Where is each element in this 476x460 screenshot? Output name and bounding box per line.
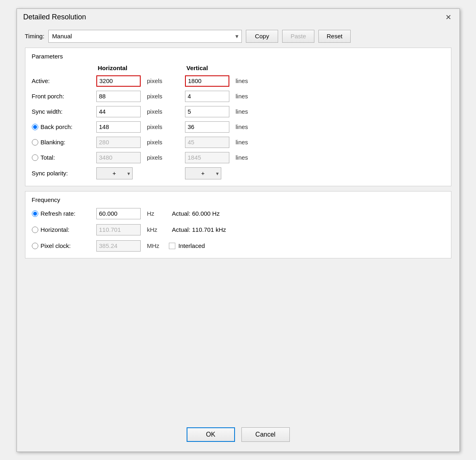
back-porch-v-input[interactable] <box>185 121 229 133</box>
blanking-v-unit: lines <box>233 139 258 146</box>
frequency-title: Frequency <box>32 196 445 203</box>
horizontal-freq-actual: Actual: 110.701 kHz <box>169 226 445 233</box>
front-porch-v-unit: lines <box>233 93 258 100</box>
ok-button[interactable]: OK <box>187 427 235 442</box>
parameters-grid: Horizontal Vertical Active: pixels lines… <box>32 65 445 179</box>
active-v-unit: lines <box>233 77 258 84</box>
horizontal-freq-unit: kHz <box>145 226 169 233</box>
back-porch-h-unit: pixels <box>145 123 169 130</box>
total-v-input[interactable] <box>185 152 229 163</box>
blanking-h-unit: pixels <box>145 139 169 146</box>
sync-polarity-label: Sync polarity: <box>32 170 96 177</box>
frequency-grid: Refresh rate: Hz Actual: 60.000 Hz Horiz… <box>32 208 445 252</box>
v-polarity-select-wrapper: + - <box>185 167 221 179</box>
h-polarity-select[interactable]: + - <box>96 167 133 179</box>
parameters-section: Parameters Horizontal Vertical Active: p… <box>25 48 451 186</box>
dialog-title: Detailed Resolution <box>23 13 86 21</box>
total-v-unit: lines <box>233 154 258 161</box>
active-h-unit: pixels <box>145 77 169 84</box>
active-v-input[interactable] <box>185 75 229 87</box>
blanking-radio[interactable] <box>32 139 38 146</box>
blanking-label: Blanking: <box>32 139 96 146</box>
back-porch-v-unit: lines <box>233 123 258 130</box>
vertical-header: Vertical <box>185 65 233 71</box>
frequency-section: Frequency Refresh rate: Hz Actual: 60.00… <box>25 191 451 258</box>
interlaced-row: Interlaced <box>169 242 445 249</box>
sync-width-v-input[interactable] <box>185 106 229 117</box>
active-label: Active: <box>32 77 96 84</box>
timing-row: Timing: Manual Auto Copy Paste Reset <box>25 30 451 43</box>
dialog-footer: OK Cancel <box>17 421 459 452</box>
interlaced-checkbox[interactable] <box>169 243 175 249</box>
sync-width-label: Sync width: <box>32 108 96 115</box>
total-label: Total: <box>32 154 96 161</box>
back-porch-label: Back porch: <box>32 123 96 130</box>
timing-select[interactable]: Manual Auto <box>48 30 242 43</box>
back-porch-radio[interactable] <box>32 124 38 130</box>
refresh-rate-actual: Actual: 60.000 Hz <box>169 210 445 217</box>
h-polarity-select-wrapper: + - <box>96 167 133 179</box>
title-bar: Detailed Resolution ✕ <box>17 9 459 25</box>
horizontal-freq-radio[interactable] <box>32 227 38 233</box>
front-porch-v-input[interactable] <box>185 91 229 102</box>
copy-button[interactable]: Copy <box>246 30 278 43</box>
active-h-input[interactable] <box>96 75 141 87</box>
close-button[interactable]: ✕ <box>444 13 453 22</box>
refresh-rate-radio[interactable] <box>32 210 38 217</box>
pixel-clock-label: Pixel clock: <box>32 242 96 249</box>
sync-width-h-unit: pixels <box>145 108 169 115</box>
reset-button[interactable]: Reset <box>318 30 351 43</box>
paste-button[interactable]: Paste <box>282 30 314 43</box>
v-polarity-select[interactable]: + - <box>185 167 221 179</box>
timing-select-wrapper: Manual Auto <box>48 30 242 43</box>
interlaced-label: Interlaced <box>179 242 205 249</box>
total-h-unit: pixels <box>145 154 169 161</box>
refresh-rate-input[interactable] <box>96 208 141 219</box>
pixel-clock-unit: MHz <box>145 242 169 249</box>
front-porch-label: Front porch: <box>32 93 96 100</box>
timing-label: Timing: <box>25 33 45 40</box>
horizontal-freq-input[interactable] <box>96 224 141 235</box>
parameters-title: Parameters <box>32 53 445 60</box>
sync-width-v-unit: lines <box>233 108 258 115</box>
front-porch-h-input[interactable] <box>96 91 141 102</box>
refresh-rate-label: Refresh rate: <box>32 210 96 217</box>
pixel-clock-input[interactable] <box>96 240 141 252</box>
back-porch-h-input[interactable] <box>96 121 141 133</box>
sync-width-h-input[interactable] <box>96 106 141 117</box>
horizontal-freq-label: Horizontal: <box>32 226 96 233</box>
horizontal-header: Horizontal <box>96 65 145 71</box>
front-porch-h-unit: pixels <box>145 93 169 100</box>
dialog-window: Detailed Resolution ✕ Timing: Manual Aut… <box>17 8 460 452</box>
total-radio[interactable] <box>32 154 38 161</box>
refresh-rate-unit: Hz <box>145 210 169 217</box>
total-h-input[interactable] <box>96 152 141 163</box>
blanking-v-input[interactable] <box>185 137 229 148</box>
blanking-h-input[interactable] <box>96 137 141 148</box>
cancel-button[interactable]: Cancel <box>241 427 290 442</box>
dialog-body: Timing: Manual Auto Copy Paste Reset Par… <box>17 25 459 421</box>
pixel-clock-radio[interactable] <box>32 243 38 249</box>
